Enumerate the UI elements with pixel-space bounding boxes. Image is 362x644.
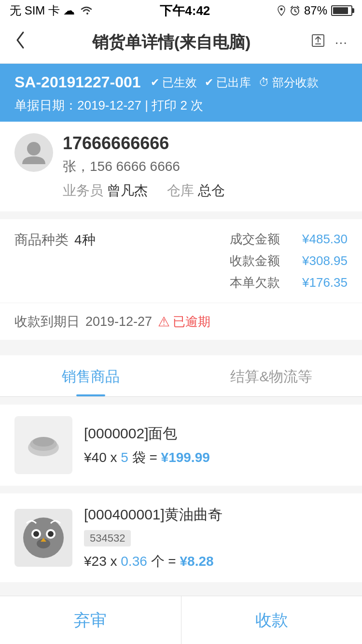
- order-number: SA-20191227-001: [14, 73, 141, 91]
- received-value: ¥308.95: [290, 253, 348, 268]
- bread-placeholder-icon: [24, 426, 63, 464]
- product-base-price-1: ¥40: [84, 450, 107, 465]
- divider-2: [0, 340, 362, 346]
- product-info-2: [000400001]黄油曲奇 534532 ¥23 x 0.36 个 = ¥8…: [84, 505, 348, 571]
- customer-avatar: [14, 133, 53, 172]
- product-list: [0000002]面包 ¥40 x 5 袋 = ¥199.99: [0, 405, 362, 582]
- salesperson-value: 曾凡杰: [107, 182, 148, 200]
- product-unit-1: 袋: [132, 450, 146, 465]
- cancel-button[interactable]: 弃审: [0, 596, 181, 644]
- owed-value: ¥176.35: [290, 275, 348, 290]
- product-image-2: [14, 509, 72, 567]
- badge-effective-label: 已生效: [162, 75, 197, 90]
- product-unit-2: 个: [151, 554, 165, 569]
- badge-partial-label: 部分收款: [272, 75, 319, 90]
- svg-line-3: [295, 11, 296, 12]
- badge-partial: ⏱ 部分收款: [259, 75, 319, 90]
- tab-settlement[interactable]: 结算&物流等: [181, 355, 362, 396]
- tab-settlement-label: 结算&物流等: [230, 368, 312, 384]
- product-price-1: ¥40 x 5 袋 = ¥199.99: [84, 448, 348, 467]
- warehouse-item: 仓库 总仓: [167, 182, 225, 200]
- battery-tip: [352, 8, 354, 13]
- bottom-bar: 弃审 收款: [0, 596, 362, 644]
- product-total-1: ¥199.99: [161, 450, 210, 465]
- status-left: 无 SIM 卡 ☁: [10, 3, 93, 18]
- battery-fill: [333, 7, 348, 14]
- salesperson-label: 业务员: [63, 182, 103, 200]
- share-icon[interactable]: [311, 33, 325, 52]
- status-right: 87%: [277, 4, 352, 17]
- order-badges: ✔ 已生效 ✔ 已出库 ⏱ 部分收款: [151, 75, 319, 90]
- category-label: 商品种类: [14, 231, 69, 249]
- check-icon-2: ✔: [205, 76, 213, 89]
- customer-phone: 张，156 6666 6666: [63, 157, 348, 176]
- order-meta: 单据日期：2019-12-27 | 打印 2 次: [14, 97, 348, 114]
- due-section: 收款到期日 2019-12-27 ⚠ 已逾期: [0, 303, 362, 340]
- salesperson-item: 业务员 曾凡杰: [63, 182, 148, 200]
- customer-section: 17666666666 张，156 6666 6666 业务员 曾凡杰 仓库 总…: [0, 122, 362, 211]
- overdue-badge: ⚠ 已逾期: [158, 313, 210, 330]
- svg-point-17: [48, 531, 54, 537]
- stats-section: 商品种类 4种 成交金额 ¥485.30 收款金额 ¥308.95 本单欠款 ¥…: [0, 219, 362, 303]
- warehouse-label: 仓库: [167, 182, 194, 200]
- tabs-section: 销售商品 结算&物流等 [0000002]面包 ¥40 x 5: [0, 346, 362, 582]
- product-times-2: x: [111, 554, 121, 569]
- product-card-1: [0000002]面包 ¥40 x 5 袋 = ¥199.99: [0, 405, 362, 486]
- product-qty-2: 0.36: [121, 554, 147, 569]
- divider-1: [0, 211, 362, 219]
- status-time: 下午4:42: [160, 2, 210, 19]
- overdue-label: 已逾期: [173, 313, 210, 330]
- product-eq-2: =: [168, 554, 180, 569]
- stats-left: 商品种类 4种: [14, 231, 96, 249]
- tabs-bar: 销售商品 结算&物流等: [0, 355, 362, 397]
- category-value: 4种: [74, 231, 96, 249]
- tab-products-label: 销售商品: [62, 368, 120, 384]
- owed-row: 本单欠款 ¥176.35: [230, 274, 348, 291]
- product-total-2: ¥8.28: [180, 554, 213, 569]
- svg-line-5: [297, 6, 299, 8]
- owl-icon: [19, 514, 68, 562]
- order-banner: SA-20191227-001 ✔ 已生效 ✔ 已出库 ⏱ 部分收款 单据日期：…: [0, 64, 362, 122]
- product-card-2: [000400001]黄油曲奇 534532 ¥23 x 0.36 个 = ¥8…: [0, 493, 362, 582]
- back-button[interactable]: [14, 30, 43, 54]
- customer-info: 17666666666 张，156 6666 6666 业务员 曾凡杰 仓库 总…: [63, 133, 348, 200]
- overdue-icon: ⚠: [158, 314, 170, 330]
- status-bar: 无 SIM 卡 ☁ 下午4:42 87%: [0, 0, 362, 21]
- product-name-1: [0000002]面包: [84, 424, 348, 444]
- svg-point-12: [33, 437, 54, 447]
- owed-label: 本单欠款: [230, 274, 280, 291]
- customer-meta: 业务员 曾凡杰 仓库 总仓: [63, 182, 348, 200]
- warehouse-value: 总仓: [198, 182, 225, 200]
- alarm-icon: [290, 5, 300, 16]
- product-info-1: [0000002]面包 ¥40 x 5 袋 = ¥199.99: [84, 424, 348, 467]
- received-label: 收款金额: [230, 252, 280, 269]
- product-times-1: x: [111, 450, 121, 465]
- customer-account: 17666666666: [63, 133, 348, 154]
- confirm-button[interactable]: 收款: [181, 596, 362, 644]
- order-print: 打印 2 次: [152, 98, 203, 112]
- clock-icon: ⏱: [259, 76, 269, 89]
- due-date-value: 2019-12-27: [85, 314, 152, 329]
- product-name-2: [000400001]黄油曲奇: [84, 505, 348, 525]
- badge-shipped-label: 已出库: [216, 75, 251, 90]
- wifi-icon: [80, 6, 93, 15]
- confirm-label: 收款: [255, 609, 288, 631]
- order-banner-top: SA-20191227-001 ✔ 已生效 ✔ 已出库 ⏱ 部分收款: [14, 73, 348, 91]
- order-date: 单据日期：2019-12-27: [14, 98, 141, 112]
- product-base-price-2: ¥23: [84, 554, 107, 569]
- deal-amount-value: ¥485.30: [290, 232, 348, 247]
- received-row: 收款金额 ¥308.95: [230, 252, 348, 269]
- product-price-2: ¥23 x 0.36 个 = ¥8.28: [84, 552, 348, 571]
- badge-effective: ✔ 已生效: [151, 75, 197, 90]
- svg-line-4: [291, 6, 292, 8]
- battery-percent: 87%: [304, 4, 327, 17]
- svg-point-9: [27, 142, 41, 155]
- tab-products[interactable]: 销售商品: [0, 355, 181, 396]
- battery-icon: [331, 5, 352, 16]
- product-image-1: [14, 416, 72, 474]
- cancel-label: 弃审: [74, 609, 107, 631]
- nav-actions: ···: [299, 33, 348, 52]
- stats-right: 成交金额 ¥485.30 收款金额 ¥308.95 本单欠款 ¥176.35: [230, 231, 348, 291]
- more-icon[interactable]: ···: [335, 35, 348, 50]
- deal-amount-row: 成交金额 ¥485.30: [230, 231, 348, 248]
